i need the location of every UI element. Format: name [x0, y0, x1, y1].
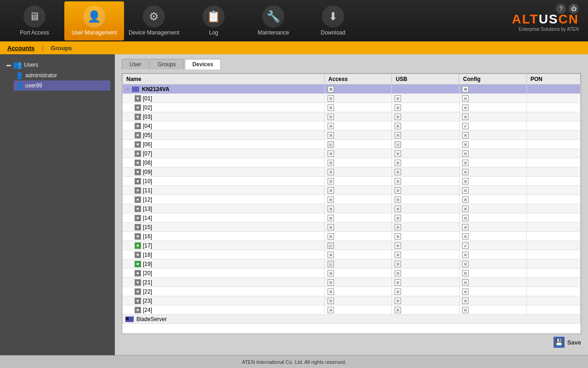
checkbox-x[interactable]: ✕ — [462, 114, 469, 120]
table-row[interactable]: ■ [13] ✕ ✕ ✕ — [123, 204, 581, 213]
checkbox-x[interactable]: ✕ — [462, 160, 469, 166]
checkbox-x[interactable]: ✕ — [328, 196, 334, 203]
port-access-cell[interactable]: ✕ — [324, 278, 392, 287]
port-usb-cell[interactable]: ✕ — [392, 186, 459, 195]
checkbox-x[interactable]: ✕ — [462, 279, 469, 286]
port-access-cell[interactable]: ✕ — [324, 167, 392, 177]
checkbox-x[interactable]: ✕ — [462, 252, 469, 258]
checkbox-x[interactable]: ✕ — [395, 187, 401, 194]
table-row[interactable]: ■ [10] ✕ ✕ ✕ — [123, 177, 581, 186]
port-config-cell[interactable]: ✕ — [459, 177, 527, 186]
checkbox-x[interactable]: ✕ — [395, 104, 401, 111]
nav-device-management[interactable]: ⚙ Device Management — [124, 1, 184, 40]
checkbox-x[interactable]: ✕ — [462, 215, 469, 221]
table-row[interactable]: ■ [20] ✕ ✕ ✕ — [123, 269, 581, 278]
checkbox-x[interactable]: ✕ — [462, 169, 469, 175]
table-row[interactable]: ■ [08] ✕ ✕ ✕ — [123, 158, 581, 167]
port-access-cell[interactable]: ✕ — [324, 94, 392, 103]
checkbox-x[interactable]: ✕ — [462, 298, 469, 304]
port-config-cell[interactable]: ✕ — [459, 296, 527, 305]
tab-groups[interactable]: Groups — [150, 59, 183, 69]
checkbox-x[interactable]: ✕ — [395, 206, 401, 212]
nav-log[interactable]: 📋 Log — [184, 1, 243, 40]
port-usb-cell[interactable]: ✕ — [392, 195, 459, 204]
checkbox-x[interactable]: ✕ — [395, 160, 401, 166]
checkbox-x[interactable]: ✕ — [328, 233, 334, 240]
nav-maintenance[interactable]: 🔧 Maintenance — [243, 1, 303, 40]
checkbox-x[interactable]: ✕ — [395, 252, 401, 258]
checkbox-x[interactable]: ✕ — [328, 95, 334, 102]
port-usb-cell[interactable]: ✕ — [392, 112, 459, 121]
port-config-cell[interactable]: ✕ — [459, 94, 527, 103]
port-config-cell[interactable]: ✕ — [459, 259, 527, 269]
port-access-cell[interactable]: ✕ — [324, 149, 392, 158]
table-row[interactable]: ■ [06] ≈ ≈ ✕ — [123, 140, 581, 149]
checkbox-x[interactable]: ✕ — [328, 160, 334, 166]
table-row[interactable]: ■ [18] ✕ ✕ ✕ — [123, 250, 581, 259]
port-access-cell[interactable]: ✕ — [324, 250, 392, 259]
checkbox-x[interactable]: ✕ — [328, 150, 334, 157]
checkbox-x[interactable]: ✕ — [328, 114, 334, 120]
port-usb-cell[interactable]: ✕ — [392, 278, 459, 287]
port-config-cell[interactable]: ✕ — [459, 140, 527, 149]
table-row[interactable]: ■ [05] ✕ ✕ ✕ — [123, 131, 581, 140]
table-row[interactable]: ■ [07] ✕ ✕ ✕ — [123, 149, 581, 158]
port-access-cell[interactable]: ≈ — [324, 140, 392, 149]
port-access-cell[interactable]: ✕ — [324, 177, 392, 186]
port-usb-cell[interactable]: ✕ — [392, 177, 459, 186]
device-config-cell[interactable]: ✕ — [459, 85, 527, 94]
table-row[interactable]: ■ [19] ≈ ✕ ✕ — [123, 259, 581, 269]
checkbox-partial[interactable]: ≈ — [328, 141, 334, 148]
port-config-cell[interactable]: ✕ — [459, 305, 527, 315]
port-config-cell[interactable]: ✕ — [459, 186, 527, 195]
table-row[interactable]: ■ [14] ✕ ✕ ✕ — [123, 213, 581, 223]
port-usb-cell[interactable]: ✕ — [392, 213, 459, 223]
port-access-cell[interactable]: ✕ — [324, 195, 392, 204]
checkbox-x[interactable]: ✕ — [395, 196, 401, 203]
checkbox-x[interactable]: ✕ — [395, 169, 401, 175]
checkbox-x[interactable]: ✕ — [462, 141, 469, 148]
nav-user-management[interactable]: 👤 User Management — [64, 1, 124, 40]
tab-devices[interactable]: Devices — [185, 59, 221, 69]
checkbox-x[interactable]: ✕ — [328, 132, 334, 138]
checkbox-x[interactable]: ✕ — [328, 288, 334, 295]
port-config-cell[interactable]: ✕ — [459, 213, 527, 223]
port-usb-cell[interactable]: ✕ — [392, 259, 459, 269]
checkbox-x[interactable]: ✕ — [462, 132, 469, 138]
checkbox-x[interactable]: ✕ — [395, 150, 401, 157]
table-row[interactable]: ■ [09] ✕ ✕ ✕ — [123, 167, 581, 177]
port-access-cell[interactable]: ✕ — [324, 269, 392, 278]
port-config-cell[interactable]: ✕ — [459, 167, 527, 177]
port-access-cell[interactable]: ≈ — [324, 259, 392, 269]
checkbox-x[interactable]: ✕ — [328, 215, 334, 221]
checkbox-x[interactable]: ✕ — [328, 178, 334, 184]
port-config-cell[interactable]: ✕ — [459, 131, 527, 140]
port-config-cell[interactable]: ✕ — [459, 112, 527, 121]
checkbox-x[interactable]: ✕ — [462, 206, 469, 212]
port-access-cell[interactable]: ✕ — [324, 121, 392, 131]
port-access-cell[interactable]: ✕ — [324, 213, 392, 223]
port-usb-cell[interactable]: ✕ — [392, 149, 459, 158]
checkbox-x[interactable]: ✕ — [395, 95, 401, 102]
checkbox-x[interactable]: ✕ — [462, 104, 469, 111]
table-row[interactable]: ■ [11] ✕ ✕ ✕ — [123, 186, 581, 195]
port-usb-cell[interactable]: ✕ — [392, 287, 459, 296]
table-row[interactable]: ■ [17] ≈ ✕ ✓ — [123, 241, 581, 250]
tree-item-user99[interactable]: 👤 user99 — [14, 80, 110, 91]
checkbox-x[interactable]: ✕ — [462, 270, 469, 276]
checkbox-x[interactable]: ✕ — [462, 95, 469, 102]
checkbox-x[interactable]: ✕ — [328, 307, 334, 313]
port-access-cell[interactable]: ✕ — [324, 296, 392, 305]
port-config-cell[interactable]: ✕ — [459, 269, 527, 278]
table-row[interactable]: ■ [03] ✕ ✕ ✕ — [123, 112, 581, 121]
port-config-cell[interactable]: ✕ — [459, 287, 527, 296]
checkbox-x[interactable]: ✕ — [395, 279, 401, 286]
checkbox-x[interactable]: ✕ — [462, 187, 469, 194]
port-config-cell[interactable]: ✕ — [459, 195, 527, 204]
port-usb-cell[interactable]: ✕ — [392, 204, 459, 213]
device-access-cell[interactable]: ✕ — [324, 85, 392, 94]
checkbox-x[interactable]: ✕ — [462, 150, 469, 157]
port-usb-cell[interactable]: ✕ — [392, 296, 459, 305]
tree-root-users[interactable]: ▬ 👥 Users — [5, 59, 110, 70]
checkbox-x[interactable]: ✕ — [462, 196, 469, 203]
